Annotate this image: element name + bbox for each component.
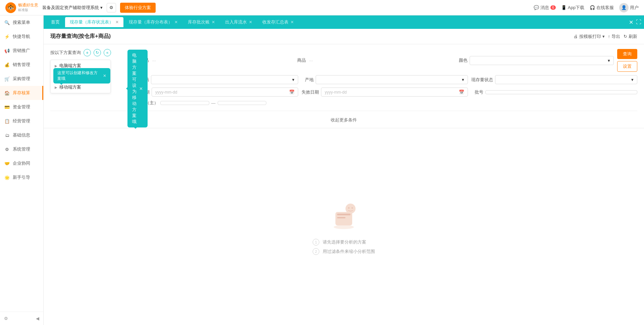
goods-field-label: 商品 — [294, 57, 306, 63]
message-button[interactable]: 💬 消息 6 — [534, 5, 556, 11]
online-service-label: 在线客服 — [596, 5, 614, 11]
warehouse-dots[interactable]: ··· — [151, 58, 157, 63]
tab-home[interactable]: 首页 — [46, 17, 64, 27]
empty-step-2: 2 用过滤条件来缩小分析范围 — [313, 248, 375, 255]
sidebar-item-purchase[interactable]: 🛒 采购管理 — [0, 72, 43, 86]
sidebar-label-info: 基础信息 — [13, 132, 30, 138]
sidebar-label-nav: 快捷导航 — [13, 34, 30, 40]
sidebar-label-management: 经营管理 — [13, 118, 30, 124]
produce-date-input[interactable]: yyyy-mm-dd 📅 — [152, 88, 298, 97]
origin-select[interactable]: ▾ — [316, 75, 468, 84]
set-button[interactable]: 设置 — [617, 61, 637, 72]
tab-batch[interactable]: 库存批次账 ✕ — [183, 17, 220, 27]
tooltip-1-close[interactable]: ✕ — [139, 86, 143, 91]
filter-back-button[interactable]: « — [104, 49, 111, 56]
user-button[interactable]: 👤 用户 — [619, 3, 639, 12]
search-button[interactable]: 查询 — [617, 49, 637, 59]
tab-inout[interactable]: 出入库流水 ✕ — [220, 17, 257, 27]
svg-rect-3 — [337, 217, 345, 218]
tab-close-4[interactable]: ✕ — [249, 20, 252, 24]
sidebar-label-system: 系统管理 — [13, 146, 30, 152]
message-badge: 6 — [550, 5, 556, 10]
nav-icon: ⚡ — [4, 34, 10, 40]
settings-button[interactable]: ⚙ — [107, 3, 116, 12]
sidebar-item-search[interactable]: 🔍 搜索菜单 — [0, 15, 43, 30]
tab-close-5[interactable]: ✕ — [290, 20, 294, 24]
filter-refresh-button[interactable]: ↻ — [94, 49, 101, 56]
sidebar-item-guide[interactable]: 🌟 新手引导 — [0, 170, 43, 184]
sidebar-item-inventory[interactable]: 🏠 库存核算 — [0, 86, 43, 100]
filter-add-button[interactable]: + — [84, 49, 91, 56]
info-icon: 🗂 — [4, 132, 10, 138]
tab-close-3[interactable]: ✕ — [212, 20, 215, 24]
logo: 🐯 畅通好生意 标准版 — [5, 2, 38, 13]
management-icon: 📋 — [4, 118, 10, 124]
message-icon: 💬 — [534, 5, 539, 10]
system-selector[interactable]: 装备及固定资产辅助管理系统 ▾ — [42, 5, 103, 11]
size-select[interactable]: ▾ — [151, 75, 298, 84]
sidebar-label-guide: 新手引导 — [13, 174, 30, 180]
sidebar-item-nav[interactable]: ⚡ 快捷导航 — [0, 30, 43, 44]
refresh-button[interactable]: ↻ 刷新 — [624, 34, 637, 40]
tab-label-5: 收发存汇总表 — [262, 19, 288, 25]
calendar-icon-2: 📅 — [459, 90, 464, 95]
inventory-icon: 🏠 — [4, 90, 10, 96]
tab-close-1[interactable]: ✕ — [115, 20, 119, 24]
tab-inventory-status[interactable]: 现存量（库存状况表） ✕ — [65, 17, 123, 27]
sidebar-item-marketing[interactable]: 📢 营销推广 — [0, 44, 43, 58]
color-select[interactable]: ▾ — [470, 56, 614, 65]
sidebar-label-inventory: 库存核算 — [13, 90, 30, 96]
app-download-button[interactable]: 📱 App下载 — [561, 5, 584, 11]
stock-main-to[interactable] — [218, 101, 267, 105]
sidebar-collapse-icon[interactable]: ◀ — [36, 316, 39, 321]
tab-inventory-dist[interactable]: 现存量（库存分布表） ✕ — [124, 17, 182, 27]
tab-close-all-button[interactable]: ✕ — [629, 19, 633, 25]
chevron-down-icon: ▾ — [100, 5, 103, 10]
svg-point-0 — [334, 225, 354, 229]
step-num-1: 1 — [313, 239, 319, 246]
sidebar-label-collab: 企业协同 — [13, 160, 30, 166]
empty-state: 1 请先选择要分析的方案 2 用过滤条件来缩小分析范围 — [44, 128, 644, 325]
tooltip-2-text: 这里可以创建和修改方案哦 — [57, 70, 100, 82]
step-1-text: 请先选择要分析的方案 — [323, 239, 366, 245]
print-icon: 🖨 — [574, 34, 578, 39]
logo-icon: 🐯 — [5, 2, 16, 13]
avatar: 👤 — [619, 3, 629, 12]
user-label: 用户 — [630, 5, 639, 11]
batch-input[interactable] — [485, 90, 637, 94]
tab-expand-button[interactable]: ⛶ — [636, 19, 641, 25]
export-button[interactable]: ↑ 导出 — [608, 34, 621, 40]
scheme-tooltip-2: 这里可以创建和修改方案哦 ✕ — [53, 68, 110, 84]
search-icon: 🔍 — [4, 19, 10, 25]
filter-label: 按以下方案查询 — [50, 50, 81, 56]
tab-label-2: 现存量（库存分布表） — [129, 19, 172, 25]
stock-status-select[interactable]: ▾ — [495, 75, 637, 84]
sidebar-item-sales[interactable]: 💰 销售管理 — [0, 58, 43, 72]
logo-text-group: 畅通好生意 标准版 — [18, 3, 38, 12]
step-num-2: 2 — [313, 248, 319, 255]
logo-title: 畅通好生意 — [18, 3, 38, 7]
template-print-button[interactable]: 🖨 按模板打印 ▾ — [574, 34, 605, 40]
online-service-button[interactable]: 🎧 在线客服 — [590, 5, 614, 11]
stock-range-connector: — — [211, 101, 216, 106]
sidebar-settings-icon[interactable]: ⚙ — [4, 316, 8, 321]
tab-close-2[interactable]: ✕ — [174, 20, 178, 24]
sidebar-item-finance[interactable]: 💳 资金管理 — [0, 100, 43, 114]
sidebar-item-management[interactable]: 📋 经营管理 — [0, 114, 43, 128]
stock-main-from[interactable] — [160, 101, 209, 105]
sidebar-label-purchase: 采购管理 — [13, 76, 30, 82]
empty-illustration — [327, 199, 361, 232]
tooltip-2-close[interactable]: ✕ — [103, 73, 106, 78]
produce-date-placeholder: yyyy-mm-dd — [155, 90, 177, 95]
expire-date-input[interactable]: yyyy-mm-dd 📅 — [321, 88, 468, 97]
tab-summary[interactable]: 收发存汇总表 ✕ — [258, 17, 299, 27]
app-download-label: App下载 — [568, 5, 584, 11]
goods-dots[interactable]: ··· — [308, 58, 314, 63]
empty-step-1: 1 请先选择要分析的方案 — [313, 239, 375, 246]
sidebar-item-info[interactable]: 🗂 基础信息 — [0, 128, 43, 142]
sidebar-item-system[interactable]: ⚙ 系统管理 — [0, 142, 43, 156]
stock-status-label: 现存量状态 — [471, 77, 493, 83]
trial-button[interactable]: 体验行业方案 — [120, 3, 156, 13]
template-print-label: 按模板打印 — [579, 34, 601, 40]
sidebar-item-collab[interactable]: 🤝 企业协同 — [0, 156, 43, 170]
